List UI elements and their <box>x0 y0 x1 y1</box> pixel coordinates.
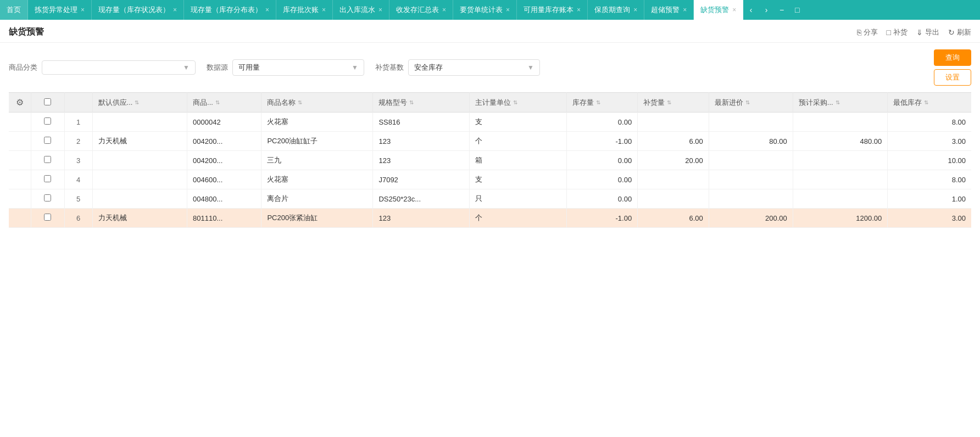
sort-icon-name[interactable]: ⇅ <box>298 99 302 105</box>
row-supplier <box>92 170 187 189</box>
datasource-select[interactable]: 可用量 ▼ <box>232 59 364 76</box>
row-checkbox-2[interactable] <box>44 156 51 163</box>
settings-button[interactable]: 设置 <box>934 69 971 86</box>
sort-icon-est[interactable]: ⇅ <box>836 99 840 105</box>
row-checkbox-1[interactable] <box>44 137 51 144</box>
column-latest-price: 最新进价 ⇅ <box>709 93 793 113</box>
tab-receipt-summary[interactable]: 收发存汇总表 × <box>389 0 453 20</box>
row-product-name: PC200张紧油缸 <box>261 209 373 228</box>
sort-icon-unit[interactable]: ⇅ <box>513 99 517 105</box>
tab-home[interactable]: 首页 <box>0 0 28 20</box>
tab-close-inout-flow[interactable]: × <box>378 6 382 14</box>
table-row: 3 004200... 三九 123 箱 0.00 20.00 10.00 <box>9 151 971 170</box>
tab-abnormal[interactable]: 拣货异常处理 × <box>28 0 92 20</box>
row-product-name: PC200油缸缸子 <box>261 132 373 151</box>
table-row: 2 力天机械 004200... PC200油缸缸子 123 个 -1.00 6… <box>9 132 971 151</box>
sort-icon-stock[interactable]: ⇅ <box>596 99 600 105</box>
tab-close-expiry-query[interactable]: × <box>633 6 637 14</box>
row-gear-cell <box>9 151 31 170</box>
row-spec: 123 <box>373 132 470 151</box>
row-gear-cell <box>9 113 31 132</box>
row-unit: 个 <box>470 132 566 151</box>
row-stock-qty: 0.00 <box>566 189 638 209</box>
row-gear-cell <box>9 132 31 151</box>
tab-expiry-query[interactable]: 保质期查询 × <box>588 0 644 20</box>
datasource-arrow-icon: ▼ <box>352 64 358 71</box>
row-replenish-qty <box>638 113 709 132</box>
row-min-stock: 3.00 <box>888 209 971 228</box>
row-checkbox-4[interactable] <box>44 194 51 201</box>
tab-nav-next[interactable]: › <box>759 0 774 20</box>
tab-close-shortage[interactable]: × <box>732 6 736 14</box>
tab-close-inventory-dist[interactable]: × <box>265 6 269 14</box>
row-replenish-qty: 20.00 <box>638 151 709 170</box>
row-replenish-qty <box>638 170 709 189</box>
row-unit: 只 <box>470 189 566 209</box>
share-button[interactable]: ⎘ 分享 <box>857 27 878 37</box>
row-supplier: 力天机械 <box>92 132 187 151</box>
tab-minimize[interactable]: − <box>774 0 789 20</box>
row-checkbox-5[interactable] <box>44 214 51 221</box>
query-button[interactable]: 查询 <box>934 49 971 66</box>
row-checkbox-3[interactable] <box>44 175 51 182</box>
row-seq: 1 <box>64 113 92 132</box>
row-unit: 支 <box>470 113 566 132</box>
refresh-button[interactable]: ↻ 刷新 <box>948 27 971 37</box>
row-supplier: 力天机械 <box>92 209 187 228</box>
row-supplier <box>92 189 187 209</box>
replenish-base-value: 安全库存 <box>414 63 443 72</box>
row-seq: 5 <box>64 189 92 209</box>
row-seq: 6 <box>64 209 92 228</box>
row-replenish-qty: 6.00 <box>638 209 709 228</box>
sort-icon-code[interactable]: ⇅ <box>215 99 220 105</box>
column-product-code: 商品... ⇅ <box>187 93 261 113</box>
tab-req-stats[interactable]: 要货单统计表 × <box>453 0 517 20</box>
sort-icon-supplier[interactable]: ⇅ <box>135 99 139 105</box>
tab-shortage[interactable]: 缺货预警 × <box>694 0 743 20</box>
share-icon: ⎘ <box>857 28 861 37</box>
tab-close-batch-account[interactable]: × <box>322 6 326 14</box>
page-title: 缺货预警 <box>9 26 44 38</box>
sort-icon-price[interactable]: ⇅ <box>745 99 750 105</box>
sort-icon-spec[interactable]: ⇅ <box>409 99 414 105</box>
export-button[interactable]: ⇓ 导出 <box>916 27 939 37</box>
row-checkbox-cell <box>31 189 64 209</box>
row-gear-cell <box>9 170 31 189</box>
tab-close-receipt-summary[interactable]: × <box>442 6 446 14</box>
tab-inventory-dist[interactable]: 现存量（库存分布表） × <box>184 0 276 20</box>
tab-maximize[interactable]: □ <box>789 0 805 20</box>
row-seq: 2 <box>64 132 92 151</box>
tab-close-inventory-status[interactable]: × <box>173 6 177 14</box>
tab-inout-flow[interactable]: 出入库流水 × <box>333 0 389 20</box>
tab-overstock[interactable]: 超储预警 × <box>644 0 694 20</box>
tab-nav-prev[interactable]: ‹ <box>743 0 759 20</box>
replenish-base-select[interactable]: 安全库存 ▼ <box>408 59 540 76</box>
row-gear-cell <box>9 209 31 228</box>
column-unit: 主计量单位 ⇅ <box>470 93 566 113</box>
tab-available-ledger[interactable]: 可用量库存账本 × <box>517 0 588 20</box>
category-arrow-icon: ▼ <box>183 64 190 71</box>
tab-batch-account[interactable]: 库存批次账 × <box>276 0 333 20</box>
page-content: 缺货预警 ⎘ 分享 □ 补货 ⇓ 导出 ↻ 刷新 商品分类 <box>0 20 980 437</box>
row-stock-qty: 0.00 <box>566 170 638 189</box>
row-latest-price: 80.00 <box>709 132 793 151</box>
sort-icon-replenish[interactable]: ⇅ <box>667 99 671 105</box>
tab-close-available-ledger[interactable]: × <box>577 6 581 14</box>
column-default-supplier: 默认供应... ⇅ <box>92 93 187 113</box>
filter-actions: 查询 设置 <box>934 49 971 86</box>
tab-close-req-stats[interactable]: × <box>506 6 510 14</box>
row-est-purchase <box>793 113 888 132</box>
replenish-button[interactable]: □ 补货 <box>887 27 907 37</box>
category-filter-label: 商品分类 <box>9 63 37 72</box>
gear-icon[interactable]: ⚙ <box>16 98 24 107</box>
tab-close-overstock[interactable]: × <box>683 6 687 14</box>
row-checkbox-0[interactable] <box>44 117 51 125</box>
sort-icon-min[interactable]: ⇅ <box>924 99 928 105</box>
table-header-row: ⚙ 默认供应... ⇅ 商品... <box>9 93 971 113</box>
select-all-checkbox[interactable] <box>44 98 51 105</box>
tab-close-abnormal[interactable]: × <box>81 6 85 14</box>
category-select[interactable]: ▼ <box>42 60 196 75</box>
row-latest-price <box>709 170 793 189</box>
row-est-purchase <box>793 170 888 189</box>
tab-inventory-status[interactable]: 现存量（库存状况表） × <box>92 0 184 20</box>
